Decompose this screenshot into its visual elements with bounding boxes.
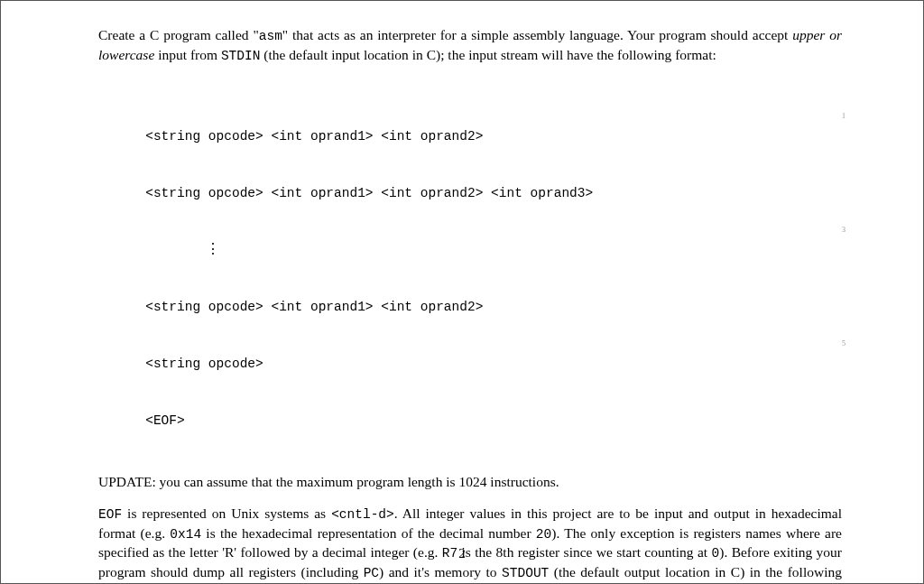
line-number: 5: [842, 338, 845, 349]
input-line-6: <EOF>: [98, 393, 842, 412]
code-text: <EOF>: [145, 412, 185, 431]
eof-paragraph: EOF is represented on Unix systems as <c…: [98, 505, 842, 584]
line-number: 1: [842, 111, 845, 122]
code-cntl-d: <cntl-d>: [331, 507, 394, 522]
intro-text-1: Create a C program called ": [98, 27, 259, 42]
code-text: <string opcode>: [145, 355, 263, 374]
code-0x14: 0x14: [170, 527, 201, 542]
input-format-block: <string opcode> <int oprand1> <int opran…: [98, 70, 842, 450]
text: is represented on Unix systems as: [122, 505, 331, 521]
intro-text-2: " that acts as an interpreter for a simp…: [282, 27, 792, 42]
page-number: 2: [1, 546, 923, 561]
input-line-1: <string opcode> <int oprand1> <int opran…: [98, 108, 842, 127]
intro-text-4: (the default input location in C); the i…: [260, 47, 716, 62]
vdots-row: ⋮ 3: [98, 222, 842, 241]
text: ) and it's memory to: [379, 564, 502, 579]
update-paragraph: UPDATE: you can assume that the maximum …: [98, 473, 842, 492]
code-text: <string opcode> <int oprand1> <int opran…: [145, 184, 593, 203]
code-stdin: STDIN: [221, 49, 261, 63]
document-page: Create a C program called "asm" that act…: [0, 0, 924, 584]
vertical-dots-icon: ⋮: [145, 243, 281, 259]
code-stdout: STDOUT: [502, 566, 549, 580]
code-text: <string opcode> <int oprand1> <int opran…: [145, 127, 483, 146]
code-pc: PC: [364, 566, 379, 580]
code-eof: EOF: [98, 507, 122, 522]
intro-text-3: input from: [154, 47, 221, 62]
line-number: 3: [842, 225, 845, 236]
input-line-2: <string opcode> <int oprand1> <int opran…: [98, 165, 842, 184]
intro-paragraph: Create a C program called "asm" that act…: [98, 26, 842, 65]
code-asm: asm: [259, 29, 282, 43]
code-20: 20: [536, 527, 551, 542]
input-line-4: <string opcode> <int oprand1> <int opran…: [98, 279, 842, 298]
code-text: <string opcode> <int oprand1> <int opran…: [145, 298, 483, 317]
text: is the hexadecimal representation of the…: [201, 525, 536, 541]
input-line-5: <string opcode> 5: [98, 336, 842, 355]
